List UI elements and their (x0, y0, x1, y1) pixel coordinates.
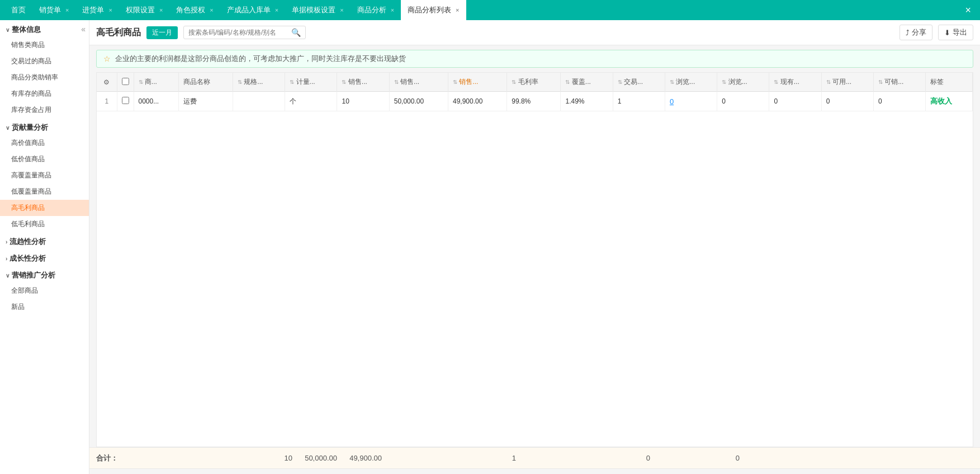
sidebar-section-overall[interactable]: ∨ 整体信息 (0, 20, 89, 37)
col-stock-available: ⇅ 可用... (821, 73, 873, 92)
content-area: 高毛利商品 近一月 🔍 ⤴ 分享 ⬇ 导出 ☆ 企业的主要的利润都是这部分商品创… (89, 20, 980, 474)
sidebar-section-marketing[interactable]: ∨ 营销推广分析 (0, 266, 89, 283)
col-code: ⇅ 商... (134, 73, 178, 92)
col-settings[interactable]: ⚙ (97, 73, 117, 92)
search-icon[interactable]: 🔍 (291, 28, 301, 37)
sidebar-item-high-value[interactable]: 高价值商品 (0, 135, 89, 151)
row-gross-margin: 99.8% (507, 92, 561, 111)
close-analysis-list-tab[interactable]: × (456, 7, 459, 13)
search-box: 🔍 (183, 26, 306, 39)
data-table-wrapper[interactable]: ⚙ ⇅ 商... 商品名称 ⇅ 规格... ⇅ 计量... ⇅ 销售... ⇅ … (96, 72, 973, 447)
col-stock-sellable: ⇅ 可销... (873, 73, 925, 92)
col-checkbox[interactable] (117, 73, 134, 92)
nav-tab-role[interactable]: 角色授权 × (169, 0, 220, 20)
col-unit: ⇅ 计量... (285, 73, 337, 92)
table-row: 1 0000... 运费 个 10 50,000.00 49,900.00 99… (97, 92, 973, 111)
sidebar-item-low-value[interactable]: 低价值商品 (0, 151, 89, 167)
row-code: 0000... (134, 92, 178, 111)
row-tag: 高收入 (926, 92, 973, 111)
footer-label: 合计： (96, 453, 118, 463)
nav-tab-template[interactable]: 单据模板设置 × (285, 0, 350, 20)
sidebar-item-stock-capital[interactable]: 库存资金占用 (0, 102, 89, 118)
main-layout: « ∨ 整体信息 销售类商品 交易过的商品 商品分类助销率 有库存的商品 库存资… (0, 20, 980, 474)
footer-total-bar: 合计： 10 50,000.00 49,900.00 1 0 0 (89, 447, 980, 468)
footer-stock-sellable: 0 (699, 454, 744, 462)
sidebar-section-flow[interactable]: › 流趋性分析 (0, 232, 89, 249)
sidebar-collapse-btn[interactable]: « (81, 25, 86, 34)
close-permission-tab[interactable]: × (159, 7, 163, 13)
sidebar: « ∨ 整体信息 销售类商品 交易过的商品 商品分类助销率 有库存的商品 库存资… (0, 20, 89, 474)
row-transaction: 1 (613, 92, 665, 111)
col-name: 商品名称 (178, 73, 233, 92)
close-purchase-tab[interactable]: × (108, 7, 112, 13)
col-tag: 标签 (926, 73, 973, 92)
select-all-checkbox[interactable] (122, 78, 129, 85)
footer-sales-profit: 49,900.00 (342, 454, 386, 462)
search-input[interactable] (188, 29, 289, 36)
arrow-contribution: ∨ (6, 125, 10, 131)
sidebar-item-category-assist[interactable]: 商品分类助销率 (0, 69, 89, 86)
share-icon: ⤴ (906, 29, 910, 37)
sidebar-item-traded-goods[interactable]: 交易过的商品 (0, 53, 89, 69)
nav-tab-analysis-list[interactable]: 商品分析列表 × (401, 0, 466, 20)
close-sales-tab[interactable]: × (65, 7, 69, 13)
footer-sales-amount: 50,000.00 (297, 454, 342, 462)
sidebar-section-growth[interactable]: › 成长性分析 (0, 249, 89, 266)
col-gross-margin: ⇅ 毛利率 (507, 73, 561, 92)
footer-transaction: 1 (476, 454, 520, 462)
col-view1: ⇅ 浏览... (665, 73, 717, 92)
col-view2: ⇅ 浏览... (717, 73, 769, 92)
nav-tab-sales[interactable]: 销货单 × (32, 0, 75, 20)
row-view1[interactable]: 0 (665, 92, 717, 111)
sidebar-item-instock-goods[interactable]: 有库存的商品 (0, 86, 89, 102)
col-coverage: ⇅ 覆盖... (561, 73, 613, 92)
export-icon: ⬇ (944, 29, 950, 37)
sidebar-item-all-goods[interactable]: 全部商品 (0, 283, 89, 299)
row-sales-amount: 50,000.00 (389, 92, 448, 111)
data-table: ⚙ ⇅ 商... 商品名称 ⇅ 规格... ⇅ 计量... ⇅ 销售... ⇅ … (97, 73, 973, 111)
nav-tab-permission[interactable]: 权限设置 × (119, 0, 169, 20)
row-spec (233, 92, 285, 111)
info-banner: ☆ 企业的主要的利润都是这部分商品创造的，可考虑加大推广，同时关注库存是不要出现… (96, 50, 973, 68)
row-view2: 0 (717, 92, 769, 111)
nav-tab-home[interactable]: 首页 (4, 0, 32, 20)
nav-tab-purchase[interactable]: 进货单 × (75, 0, 119, 20)
share-btn[interactable]: ⤴ 分享 (899, 25, 932, 40)
row-checkbox[interactable] (117, 92, 134, 111)
col-sales-amount: ⇅ 销售... (389, 73, 448, 92)
sidebar-item-low-margin[interactable]: 低毛利商品 (0, 216, 89, 232)
arrow-marketing: ∨ (6, 273, 10, 279)
close-role-tab[interactable]: × (210, 7, 213, 13)
close-warehouse-tab[interactable]: × (275, 7, 278, 13)
row-coverage: 1.49% (561, 92, 613, 111)
row-sales-profit: 49,900.00 (448, 92, 506, 111)
row-stock-available: 0 (821, 92, 873, 111)
close-analysis-tab[interactable]: × (391, 7, 394, 13)
page-title: 高毛利商品 (96, 27, 141, 39)
row-sales-count: 10 (337, 92, 389, 111)
col-transaction: ⇅ 交易... (613, 73, 665, 92)
close-template-tab[interactable]: × (340, 7, 343, 13)
sidebar-item-high-coverage[interactable]: 高覆盖量商品 (0, 167, 89, 184)
sidebar-item-sales-goods[interactable]: 销售类商品 (0, 37, 89, 53)
row-stock-sellable: 0 (873, 92, 925, 111)
filter-month-btn[interactable]: 近一月 (146, 26, 178, 39)
row-unit: 个 (285, 92, 337, 111)
row-num: 1 (97, 92, 117, 111)
footer-stock-current: 0 (610, 454, 655, 462)
export-btn[interactable]: ⬇ 导出 (938, 25, 973, 40)
close-all-btn[interactable]: × (960, 4, 976, 16)
row-stock-current: 0 (769, 92, 821, 111)
sidebar-item-new-goods[interactable]: 新品 (0, 299, 89, 315)
col-sales-profit: ⇅ 销售... (448, 73, 506, 92)
sidebar-item-high-margin[interactable]: 高毛利商品 (0, 200, 89, 216)
horizontal-scrollbar[interactable] (89, 468, 980, 474)
nav-tab-analysis[interactable]: 商品分析 × (351, 0, 401, 20)
arrow-growth: › (6, 256, 7, 262)
arrow-overall: ∨ (6, 27, 10, 33)
sidebar-section-contribution[interactable]: ∨ 贡献量分析 (0, 118, 89, 135)
col-sales-count: ⇅ 销售... (337, 73, 389, 92)
arrow-flow: › (6, 239, 7, 245)
nav-tab-warehouse[interactable]: 产成品入库单 × (220, 0, 285, 20)
sidebar-item-low-coverage[interactable]: 低覆盖量商品 (0, 184, 89, 200)
